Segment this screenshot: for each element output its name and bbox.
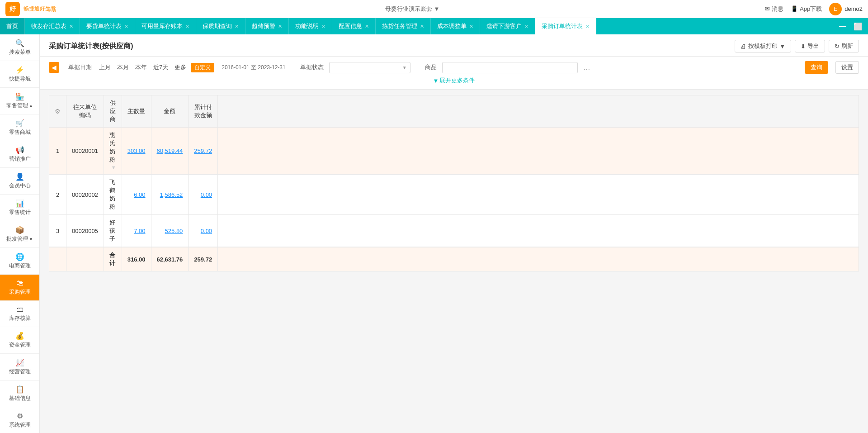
- row-2-code: 00020002: [66, 175, 104, 215]
- row-2-paid[interactable]: 0.00: [189, 175, 218, 215]
- tab-7-label: 配置信息: [339, 22, 362, 30]
- row-2-qty[interactable]: 6.00: [122, 175, 151, 215]
- row-1-no: 1: [49, 128, 66, 175]
- sidebar-item-purchase[interactable]: 🛍 采购管理: [0, 275, 39, 301]
- summary-qty: 316.00: [122, 247, 151, 271]
- tab-1[interactable]: 收发存汇总表 ✕: [25, 18, 80, 34]
- goods-more-icon[interactable]: …: [583, 63, 590, 71]
- print-btn[interactable]: 🖨 按模板打印 ▼: [735, 40, 791, 52]
- tab-11[interactable]: 采购订单统计表 ✕: [535, 18, 596, 34]
- page-title: 采购订单统计表(按供应商): [49, 42, 133, 51]
- sidebar-item-wholesale[interactable]: 📦 批发管理 ▼: [0, 221, 39, 248]
- tab-6[interactable]: 功能说明 ✕: [289, 18, 332, 34]
- tab-9-close[interactable]: ✕: [469, 24, 473, 29]
- tab-7-close[interactable]: ✕: [365, 24, 369, 29]
- tab-4[interactable]: 保质期查询 ✕: [196, 18, 245, 34]
- tab-9[interactable]: 成本调整单 ✕: [431, 18, 480, 34]
- goods-input[interactable]: [442, 62, 578, 73]
- tab-home-label: 首页: [6, 22, 18, 30]
- sidebar-item-marketing[interactable]: 📢 营销推广: [0, 141, 39, 168]
- sidebar-item-operations[interactable]: 📈 经营管理: [0, 354, 39, 381]
- row-1-amount[interactable]: 60,519.44: [151, 128, 189, 175]
- gear-icon[interactable]: ⚙: [55, 108, 61, 115]
- sidebar-item-member[interactable]: 👤 会员中心: [0, 168, 39, 195]
- collapse-filter-btn[interactable]: ◀: [49, 62, 59, 73]
- logo-area: 好 畅捷通好生意 标版: [5, 2, 60, 16]
- sidebar-item-system[interactable]: ⚙ 系统管理: [0, 407, 39, 433]
- tab-10[interactable]: 邀请下游客户 ✕: [480, 18, 535, 34]
- date-this-month[interactable]: 本月: [115, 62, 131, 72]
- tab-2[interactable]: 要货单统计表 ✕: [80, 18, 135, 34]
- refresh-btn[interactable]: ↻ 刷新: [829, 40, 859, 52]
- sidebar-item-search[interactable]: 🔍 搜索菜单: [0, 34, 39, 61]
- nav-window-actions: — ⬜: [834, 21, 868, 32]
- sidebar-marketing-label: 营销推广: [2, 155, 38, 163]
- tab-5-close[interactable]: ✕: [278, 24, 282, 29]
- expand-down-icon: ▼: [433, 77, 439, 84]
- tab-4-close[interactable]: ✕: [235, 24, 239, 29]
- sidebar-item-retailstat[interactable]: 📊 零售统计: [0, 195, 39, 221]
- tab-5[interactable]: 超储预警 ✕: [245, 18, 289, 34]
- settings-btn[interactable]: 设置: [835, 61, 859, 74]
- app-download-btn[interactable]: 📱 App下载: [791, 5, 822, 13]
- filter-area: ◀ 单据日期 上月 本月 本年 近7天 更多 自定义 2016-01-01 至 …: [40, 57, 868, 90]
- tab-8[interactable]: 拣货任务管理 ✕: [376, 18, 431, 34]
- query-btn[interactable]: 查询: [805, 61, 828, 74]
- avatar: E: [829, 3, 842, 15]
- expand-more-btn[interactable]: ▼ 展开更多条件: [433, 76, 475, 85]
- window-maximize-btn[interactable]: ⬜: [852, 21, 864, 32]
- sidebar-item-basicinfo[interactable]: 📋 基础信息: [0, 381, 39, 407]
- tab-1-close[interactable]: ✕: [69, 24, 73, 29]
- sidebar-item-finance[interactable]: 💰 资金管理: [0, 327, 39, 354]
- sidebar-system-label: 系统管理: [2, 421, 38, 429]
- sidebar-item-nav[interactable]: ⚡ 快捷导航: [0, 61, 39, 88]
- sidebar-operations-label: 经营管理: [2, 368, 38, 376]
- date-more[interactable]: 更多: [173, 62, 188, 72]
- sidebar-nav-label: 快捷导航: [2, 75, 38, 83]
- row-3-amount[interactable]: 525.80: [151, 215, 189, 247]
- export-btn[interactable]: ⬇ 导出: [795, 40, 825, 52]
- tab-2-close[interactable]: ✕: [124, 24, 128, 29]
- app-download-label: App下载: [800, 5, 822, 13]
- th-gear: ⚙: [49, 95, 66, 128]
- tab-2-label: 要货单统计表: [86, 22, 122, 30]
- finance-icon: 💰: [2, 332, 38, 340]
- th-paid: 累计付款金额: [189, 95, 218, 128]
- sidebar-item-inventory[interactable]: 🗃 库存核算: [0, 301, 39, 327]
- row-2-amount[interactable]: 1,586.52: [151, 175, 189, 215]
- goods-filter-label: 商品: [425, 63, 437, 71]
- retail-icon: 🏪: [2, 92, 38, 101]
- search-icon: 🔍: [2, 39, 38, 48]
- tab-11-close[interactable]: ✕: [585, 24, 590, 29]
- tab-6-close[interactable]: ✕: [321, 24, 326, 29]
- user-area[interactable]: E demo2: [829, 3, 863, 15]
- row-3-code: 00020005: [66, 215, 104, 247]
- tab-7[interactable]: 配置信息 ✕: [332, 18, 376, 34]
- main-layout: 🔍 搜索菜单 ⚡ 快捷导航 🏪 零售管理 ▲ 🛒 零售商城 📢 营销推广 👤 会…: [0, 34, 868, 433]
- status-select[interactable]: [329, 62, 410, 73]
- date-custom-tag[interactable]: 自定义: [191, 63, 214, 72]
- message-btn[interactable]: ✉ 消息: [765, 5, 783, 13]
- row-3-qty[interactable]: 7.00: [122, 215, 151, 247]
- status-select-wrap: [329, 62, 410, 73]
- date-7days[interactable]: 近7天: [151, 62, 170, 72]
- row-1-paid[interactable]: 259.72: [189, 128, 218, 175]
- tab-8-close[interactable]: ✕: [420, 24, 424, 29]
- workspace-selector[interactable]: 母婴行业演示账套 ▼: [385, 5, 440, 13]
- supplier-expand-icon-1[interactable]: ▼: [111, 165, 116, 170]
- row-1-qty[interactable]: 303.00: [122, 128, 151, 175]
- tab-3[interactable]: 可用量库存账本 ✕: [135, 18, 196, 34]
- tab-home[interactable]: 首页: [0, 18, 25, 34]
- row-2-empty: [218, 175, 859, 215]
- tab-3-close[interactable]: ✕: [185, 24, 189, 29]
- date-this-year[interactable]: 本年: [133, 62, 149, 72]
- sidebar-item-ecommerce[interactable]: 🌐 电商管理: [0, 248, 39, 275]
- wholesale-icon: 📦: [2, 226, 38, 234]
- sidebar-item-retail[interactable]: 🏪 零售管理 ▲: [0, 88, 39, 114]
- row-3-paid[interactable]: 0.00: [189, 215, 218, 247]
- tab-10-close[interactable]: ✕: [524, 24, 528, 29]
- sidebar-item-store[interactable]: 🛒 零售商城: [0, 114, 39, 141]
- date-last-month[interactable]: 上月: [97, 62, 113, 72]
- window-minimize-btn[interactable]: —: [837, 21, 848, 31]
- basicinfo-icon: 📋: [2, 385, 38, 394]
